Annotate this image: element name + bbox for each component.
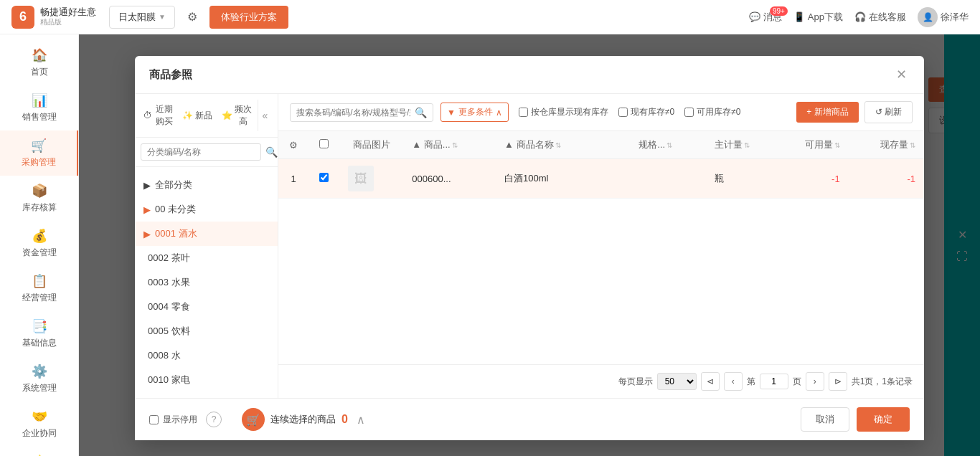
cart-collapse-icon[interactable]: ∧ [357, 413, 365, 427]
col-header-name[interactable]: ▲ 商品名称⇅ [496, 131, 630, 159]
col-header-unit[interactable]: 主计量⇅ [706, 131, 773, 159]
help-icon[interactable]: ? [206, 412, 222, 427]
row-name: 白酒100ml [496, 159, 630, 199]
inventory-icon: 📦 [32, 183, 47, 199]
select-all-checkbox[interactable] [319, 139, 329, 148]
confirm-button[interactable]: 确定 [857, 407, 910, 432]
refresh-button[interactable]: ↺ 刷新 [864, 101, 913, 123]
checkbox-nonzero[interactable]: 现有库存≠0 [618, 106, 674, 118]
next-page-button[interactable]: › [806, 372, 824, 391]
row-num: 1 [278, 159, 308, 199]
col-header-spec[interactable]: 规格...⇅ [630, 131, 705, 159]
checkbox-warehouse-input[interactable] [519, 108, 528, 117]
modal-close-button[interactable]: ✕ [892, 66, 910, 83]
table-row[interactable]: 1 🖼 000600... 白酒100ml 瓶 [278, 159, 924, 199]
sidebar-item-collab[interactable]: 🤝 企业协同 [0, 402, 78, 447]
first-page-button[interactable]: ⊲ [701, 372, 720, 391]
sidebar-item-guide[interactable]: 🌟 新手引导 [0, 447, 78, 456]
show-disabled-label[interactable]: 显示停用 [149, 414, 197, 426]
cat-search-input[interactable] [141, 143, 261, 161]
sidebar-item-home[interactable]: 🏠 首页 [0, 40, 78, 85]
cat-item-0003[interactable]: 0003 水果 [135, 270, 278, 295]
col-header-avail[interactable]: 可用量⇅ [773, 131, 848, 159]
col-header-checkbox[interactable] [308, 131, 339, 159]
nav-user[interactable]: 👤 徐泽华 [918, 7, 969, 27]
row-checkbox[interactable] [308, 159, 339, 199]
sidebar-item-finance[interactable]: 💰 资金管理 [0, 221, 78, 266]
filter-button[interactable]: ▼ 更多条件 ∧ [440, 103, 509, 122]
cat-tab-recent[interactable]: ⏱ 近期购买 [141, 100, 176, 131]
sort-spec-icon: ⇅ [666, 141, 672, 149]
per-page-select[interactable]: 50 100 200 [657, 373, 697, 390]
freq-icon: ⭐ [222, 110, 232, 120]
row-code: 000600... [403, 159, 496, 199]
show-disabled-checkbox[interactable] [149, 415, 159, 424]
home-icon: 🏠 [32, 47, 47, 63]
checkbox-avail-nonzero[interactable]: 可用库存≠0 [684, 106, 740, 118]
cat-item-0002[interactable]: 0002 茶叶 [135, 246, 278, 270]
cat-item-0004[interactable]: 0004 零食 [135, 295, 278, 319]
sidebar-label-home: 首页 [31, 66, 48, 78]
settings-icon[interactable]: ⚙ [181, 6, 204, 29]
sort-code-icon: ⇅ [452, 141, 458, 149]
per-page-label: 每页显示 [618, 376, 653, 388]
branch-dropdown[interactable]: 日太阳膜 ▼ [109, 6, 175, 29]
main-layout: 🏠 首页 📊 销售管理 🛒 采购管理 📦 库存核算 💰 资金管理 📋 经营管理 … [0, 34, 980, 456]
last-page-button[interactable]: ⊳ [829, 372, 847, 391]
col-header-stock[interactable]: 现存量⇅ [849, 131, 924, 159]
content-area: 商品参照 ✕ ⏱ 近期购买 ✨ 新品 [79, 34, 980, 456]
system-icon: ⚙️ [32, 364, 47, 379]
sidebar-label-sales: 销售管理 [22, 111, 57, 123]
page-prefix-label: 第 [747, 376, 755, 388]
prev-page-button[interactable]: ‹ [724, 372, 743, 391]
page-number-input[interactable] [760, 374, 788, 389]
modal-footer: 显示停用 ? 🛒 连续选择的商品 0 ∧ 取消 确定 [135, 398, 924, 440]
cart-icon-button[interactable]: 🛒 [242, 408, 265, 431]
finance-icon: 💰 [32, 228, 47, 244]
col-header-settings[interactable]: ⚙ [278, 131, 308, 159]
row-unit: 瓶 [706, 159, 773, 199]
cat-search-icon[interactable]: 🔍 [265, 146, 278, 158]
checkbox-nonzero-input[interactable] [618, 108, 628, 117]
sidebar-item-system[interactable]: ⚙️ 系统管理 [0, 356, 78, 402]
nav-service[interactable]: 🎧 在线客服 [854, 11, 906, 24]
cat-tab-new[interactable]: ✨ 新品 [179, 100, 215, 131]
exp-industry-button[interactable]: 体验行业方案 [209, 6, 288, 29]
sidebar-label-collab: 企业协同 [22, 427, 57, 440]
nav-app-download[interactable]: 📱 App下载 [793, 11, 843, 24]
purchase-icon: 🛒 [31, 138, 47, 153]
product-search-box: 🔍 [290, 103, 433, 122]
checkbox-warehouse[interactable]: 按仓库显示现有库存 [519, 106, 608, 118]
product-search-input[interactable] [296, 108, 410, 118]
cat-item-all[interactable]: ▶ 全部分类 [135, 173, 278, 197]
cat-item-0005[interactable]: 0005 饮料 [135, 319, 278, 343]
col-header-code[interactable]: ▲ 商品...⇅ [403, 131, 496, 159]
logo-area: 6 畅捷通好生意 精品版 [11, 6, 98, 29]
cat-item-00[interactable]: ▶ 00 未分类 [135, 197, 278, 222]
modal-header: 商品参照 ✕ [135, 56, 924, 94]
sidebar-item-ops[interactable]: 📋 经营管理 [0, 266, 78, 311]
top-nav: 6 畅捷通好生意 精品版 日太阳膜 ▼ ⚙ 体验行业方案 💬 消息 99+ 📱 … [0, 0, 980, 34]
sidebar-item-sales[interactable]: 📊 销售管理 [0, 85, 78, 130]
cancel-button[interactable]: 取消 [801, 407, 849, 432]
sidebar-label-ops: 经营管理 [22, 292, 57, 304]
cat-tab-freq[interactable]: ⭐ 频次高 [219, 100, 255, 131]
product-modal: 商品参照 ✕ ⏱ 近期购买 ✨ 新品 [135, 56, 924, 440]
nav-message[interactable]: 💬 消息 99+ [749, 11, 782, 24]
cat-collapse-button[interactable]: « [258, 100, 272, 131]
product-toolbar: 🔍 ▼ 更多条件 ∧ 按仓库显示现有库存 [278, 94, 924, 131]
checkbox-avail-input[interactable] [684, 108, 694, 117]
cat-item-0008[interactable]: 0008 水 [135, 343, 278, 368]
sidebar-item-purchase[interactable]: 🛒 采购管理 [0, 130, 78, 176]
cat-item-0001[interactable]: ▶ 0001 酒水 [135, 222, 278, 246]
sidebar-item-inventory[interactable]: 📦 库存核算 [0, 176, 78, 221]
col-header-img: 商品图片 [339, 131, 403, 159]
sidebar-item-basic[interactable]: 📑 基础信息 [0, 311, 78, 356]
search-icon[interactable]: 🔍 [415, 107, 427, 118]
row-select-checkbox[interactable] [319, 173, 329, 182]
logo-text: 畅捷通好生意 [40, 6, 96, 18]
add-product-button[interactable]: + 新增商品 [796, 102, 858, 123]
table-header-row: ⚙ 商品图片 ▲ 商品...⇅ ▲ 商品名称⇅ [278, 131, 924, 159]
cat-item-0010[interactable]: 0010 家电 [135, 368, 278, 392]
sidebar-label-basic: 基础信息 [22, 337, 57, 349]
